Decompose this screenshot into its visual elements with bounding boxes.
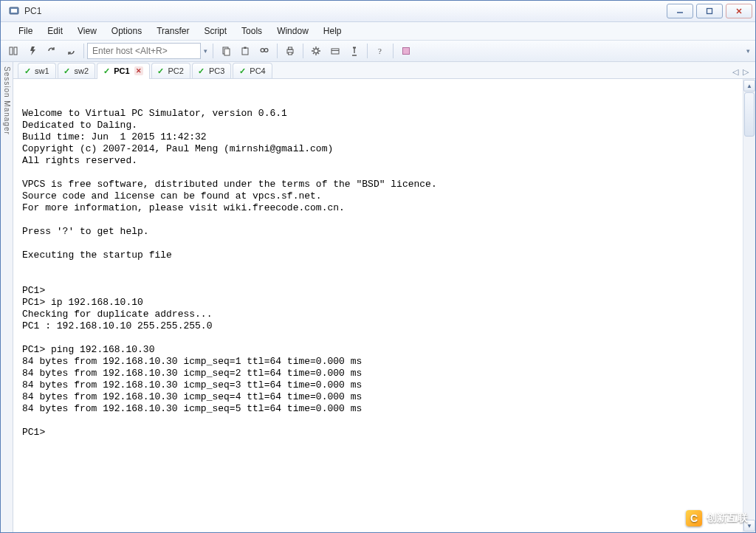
svg-rect-17	[289, 52, 292, 55]
watermark-badge-icon: C	[686, 510, 702, 526]
tab-label: PC4	[250, 66, 265, 75]
paste-icon[interactable]	[236, 42, 254, 60]
svg-rect-11	[244, 47, 247, 49]
scrollbar-track[interactable]	[744, 92, 755, 519]
scroll-up-icon[interactable]: ▲	[743, 80, 755, 92]
separator	[213, 44, 213, 58]
app-icon	[8, 5, 20, 17]
window-title: PC1	[24, 6, 41, 16]
session-options-icon[interactable]	[326, 42, 344, 60]
separator	[277, 44, 278, 58]
svg-point-18	[314, 49, 318, 53]
terminal-wrap: Welcome to Virtual PC Simulator, version…	[13, 79, 755, 532]
separator	[303, 44, 303, 58]
tab-pc3[interactable]: ✓PC3	[192, 63, 231, 78]
menu-item-edit[interactable]: Edit	[40, 22, 70, 40]
tab-pc4[interactable]: ✓PC4	[233, 63, 272, 78]
body: Session Manager ✓sw1✓sw2✓PC1✕✓PC2✓PC3✓PC…	[1, 62, 755, 532]
watermark: C 创新互联	[686, 510, 748, 526]
terminal-output[interactable]: Welcome to Virtual PC Simulator, version…	[13, 89, 743, 523]
maximize-button[interactable]	[696, 4, 723, 18]
menu-item-tools[interactable]: Tools	[234, 22, 269, 40]
toolbar-overflow-icon[interactable]: ▾	[743, 43, 752, 59]
svg-rect-3	[707, 9, 712, 14]
separator	[367, 44, 368, 58]
toolbar-extra-icon[interactable]	[397, 42, 415, 60]
menu-item-options[interactable]: Options	[104, 22, 149, 40]
session-manager-label: Session Manager	[3, 66, 11, 135]
svg-line-26	[313, 53, 314, 54]
options-gear-icon[interactable]	[307, 42, 325, 60]
svg-line-25	[318, 48, 319, 49]
svg-rect-27	[331, 49, 339, 54]
svg-rect-16	[289, 47, 292, 49]
svg-point-13	[264, 49, 268, 52]
menu-bar: FileEditViewOptionsTransferScriptToolsWi…	[1, 22, 755, 41]
menu-item-file[interactable]: File	[11, 22, 40, 40]
check-icon: ✓	[102, 66, 111, 75]
svg-line-24	[318, 53, 319, 54]
tab-scroll-left-icon[interactable]: ◁	[730, 65, 740, 78]
menu-item-script[interactable]: Script	[196, 22, 234, 40]
session-manager-panel[interactable]: Session Manager	[1, 62, 13, 532]
host-input[interactable]	[87, 43, 201, 59]
copy-icon[interactable]	[217, 42, 235, 60]
check-icon: ✓	[238, 66, 247, 75]
keyword-icon[interactable]	[346, 42, 363, 60]
tab-sw1[interactable]: ✓sw1	[18, 63, 56, 78]
separator	[393, 44, 394, 58]
tab-label: sw1	[35, 66, 49, 75]
tab-label: PC1	[114, 66, 129, 75]
svg-point-12	[261, 49, 264, 52]
check-icon: ✓	[63, 66, 72, 75]
help-icon[interactable]: ?	[371, 42, 389, 60]
host-dropdown-icon[interactable]: ▾	[201, 43, 210, 59]
scrollbar-thumb[interactable]	[744, 92, 755, 137]
title-bar: PC1	[1, 1, 755, 22]
tab-close-icon[interactable]: ✕	[134, 66, 143, 75]
menu-item-window[interactable]: Window	[269, 22, 316, 40]
disconnect-icon[interactable]	[62, 42, 80, 60]
svg-rect-31	[403, 48, 410, 55]
quick-connect-icon[interactable]	[24, 42, 41, 60]
vertical-scrollbar[interactable]: ▲ ▼	[743, 79, 755, 532]
close-button[interactable]	[726, 4, 752, 18]
svg-rect-7	[14, 47, 17, 55]
tab-scroll-right-icon[interactable]: ▷	[740, 65, 751, 78]
svg-rect-10	[242, 48, 248, 55]
menu-item-transfer[interactable]: Transfer	[149, 22, 196, 40]
svg-text:?: ?	[378, 47, 382, 55]
watermark-text: 创新互联	[707, 512, 748, 525]
tab-pc1[interactable]: ✓PC1✕	[97, 63, 149, 78]
app-window: PC1 FileEditViewOptionsTransferScriptToo…	[0, 0, 756, 533]
svg-rect-9	[224, 49, 230, 55]
tab-sw2[interactable]: ✓sw2	[58, 63, 96, 78]
svg-line-23	[313, 48, 314, 49]
tab-strip: ✓sw1✓sw2✓PC1✕✓PC2✓PC3✓PC4 ◁ ▷	[13, 62, 755, 79]
check-icon: ✓	[157, 66, 165, 75]
check-icon: ✓	[23, 66, 32, 75]
reconnect-icon[interactable]	[43, 42, 61, 60]
minimize-button[interactable]	[667, 4, 693, 18]
menu-item-view[interactable]: View	[70, 22, 104, 40]
svg-rect-1	[11, 9, 17, 13]
session-manager-toggle-icon[interactable]	[4, 42, 22, 60]
print-icon[interactable]	[281, 42, 299, 60]
svg-rect-6	[10, 47, 13, 55]
check-icon: ✓	[197, 66, 206, 75]
tab-label: PC2	[168, 66, 184, 75]
toolbar: ▾ ? ▾	[1, 41, 755, 62]
tab-label: sw2	[75, 66, 89, 75]
tab-pc2[interactable]: ✓PC2	[151, 63, 190, 78]
find-icon[interactable]	[255, 42, 273, 60]
menu-item-help[interactable]: Help	[316, 22, 349, 40]
separator	[83, 44, 84, 58]
main-column: ✓sw1✓sw2✓PC1✕✓PC2✓PC3✓PC4 ◁ ▷ Welcome to…	[13, 62, 755, 532]
svg-rect-29	[353, 47, 356, 49]
tab-label: PC3	[209, 66, 224, 75]
